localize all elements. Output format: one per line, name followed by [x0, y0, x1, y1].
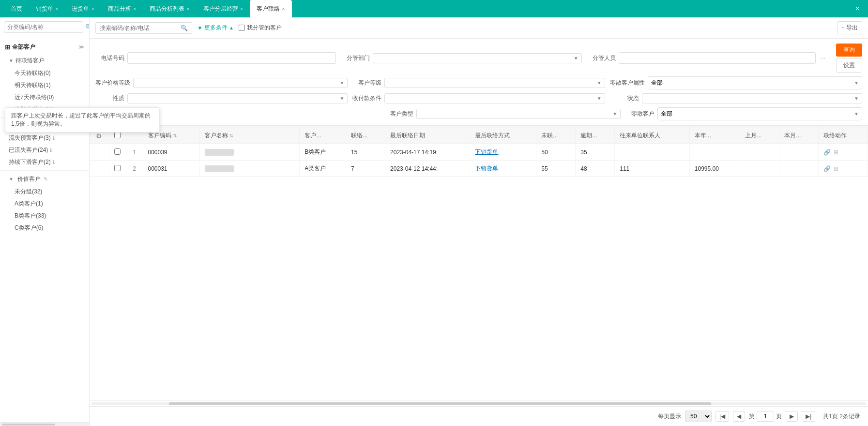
- action-grid-icon-1[interactable]: ⊞: [834, 149, 838, 156]
- cell-contact-person-2: 111: [615, 161, 690, 177]
- nav-item-sales[interactable]: 销货单 ×: [29, 0, 65, 17]
- page-next-btn[interactable]: ▶: [786, 411, 798, 422]
- value-edit-icon[interactable]: ✎: [44, 176, 48, 182]
- action-link-icon-1[interactable]: 🔗: [823, 149, 831, 156]
- settings-gear-icon[interactable]: ⚙: [96, 132, 102, 140]
- query-button[interactable]: 查询: [836, 44, 862, 57]
- export-button[interactable]: ↑ 导出: [837, 21, 862, 34]
- sidebar-item-unclassified[interactable]: 未分组(32): [11, 186, 89, 198]
- set-button[interactable]: 设置: [836, 59, 862, 73]
- filter-customer-type-select[interactable]: ▼: [416, 109, 621, 119]
- cell-grade-1: B类客户: [300, 144, 346, 161]
- col-last-month: 上月...: [740, 128, 779, 144]
- nav-item-analysis[interactable]: 商品分析 ×: [101, 0, 143, 17]
- sidebar-item-declining[interactable]: 持续下滑客户(2) ℹ: [5, 156, 89, 168]
- cell-last-method-1[interactable]: 下销货单: [470, 144, 536, 161]
- sidebar-collapse-btn[interactable]: ≫: [78, 44, 84, 50]
- nav-close-sales[interactable]: ×: [55, 6, 58, 12]
- cell-overdue-2: 48: [576, 161, 615, 177]
- sidebar-item-tomorrow[interactable]: 明天待联络(1): [11, 79, 89, 91]
- filter-scatter-select[interactable]: 全部 ▼: [657, 107, 862, 120]
- main-layout: 🔍 ⊞ 全部客户 ≫ ▼ 待联络客户 今天待联络(0) 明天待联络(1) 近7天…: [0, 17, 868, 426]
- my-customer-checkbox[interactable]: [239, 25, 245, 31]
- cell-checkbox-2[interactable]: [109, 161, 126, 177]
- top-nav: 首页 销货单 × 进货单 × 商品分析 × 商品分析列表 × 客户分层经营 × …: [0, 0, 868, 17]
- page-number-input[interactable]: [757, 411, 774, 422]
- filter-scatter-attr-select[interactable]: 全部 ▼: [648, 76, 862, 89]
- more-conditions-btn[interactable]: ▼ 更多条件 ▲: [197, 24, 234, 32]
- page-first-btn[interactable]: |◀: [716, 411, 729, 422]
- link-sales-1[interactable]: 下销货单: [475, 148, 498, 155]
- scroll-thumb[interactable]: [169, 402, 711, 405]
- horizontal-scrollbar[interactable]: [90, 400, 868, 406]
- sidebar-item-7days[interactable]: 近7天待联络(0): [11, 91, 89, 103]
- filter-phone-input[interactable]: [127, 52, 336, 64]
- cell-last-method-2[interactable]: 下销货单: [470, 161, 536, 177]
- nav-item-purchase[interactable]: 进货单 ×: [65, 0, 101, 17]
- my-customer-checkbox-area[interactable]: 我分管的客户: [239, 24, 282, 32]
- nav-close-purchase[interactable]: ×: [91, 6, 94, 12]
- sidebar-search-input[interactable]: [4, 21, 83, 33]
- chevron-up-icon: ▲: [229, 25, 234, 30]
- sidebar-item-class-b[interactable]: B类客户(33): [11, 210, 89, 222]
- nav-close-analysis-list[interactable]: ×: [186, 6, 189, 12]
- sort-icon-name: ⇅: [229, 133, 233, 138]
- action-link-icon-2[interactable]: 🔗: [823, 165, 831, 172]
- select-all-checkbox[interactable]: [114, 132, 121, 138]
- toolbar-search-input[interactable]: [100, 25, 179, 31]
- window-close-button[interactable]: ×: [851, 2, 864, 15]
- nav-close-customer-contact[interactable]: ×: [282, 6, 285, 12]
- link-sales-2[interactable]: 下销货单: [475, 165, 498, 172]
- page-last-btn[interactable]: ▶|: [802, 411, 815, 422]
- filter-group-customer-grade: 客户等级 ▼: [352, 78, 605, 88]
- sidebar-item-class-c[interactable]: C类客户(6): [11, 222, 89, 234]
- sort-icon-code: ⇅: [173, 133, 177, 138]
- filter-group-status: 状态 ▼: [610, 93, 862, 103]
- page-size-select[interactable]: 50 20 100: [685, 411, 712, 422]
- cell-unlabeled-2: 55: [536, 161, 576, 177]
- cell-checkbox-1[interactable]: [109, 144, 126, 161]
- nav-close-analysis[interactable]: ×: [133, 6, 136, 12]
- row-checkbox-1[interactable]: [114, 148, 121, 155]
- scroll-track[interactable]: [91, 402, 866, 405]
- action-grid-icon-2[interactable]: ⊞: [834, 165, 838, 172]
- nav-item-analysis-list[interactable]: 商品分析列表 ×: [143, 0, 196, 17]
- table-header-row: ⚙ 客户编码⇅ 客户名称⇅ 客户... 联络...: [90, 128, 868, 144]
- pagination: 每页显示 50 20 100 |◀ ◀ 第 页 ▶ ▶| 共1页 2条记录: [90, 406, 868, 426]
- cell-last-month-1: [740, 144, 779, 161]
- cell-actions-1: 🔗 ⊞: [819, 144, 868, 161]
- cell-overdue-1: 35: [576, 144, 615, 161]
- table-container[interactable]: ⚙ 客户编码⇅ 客户名称⇅ 客户... 联络...: [90, 128, 868, 400]
- sidebar-item-churn-warning[interactable]: 流失预警客户(3) ℹ: [5, 132, 89, 144]
- row-checkbox-2[interactable]: [114, 165, 121, 171]
- sidebar-item-today[interactable]: 今天待联络(0): [11, 67, 89, 79]
- toolbar-search-icon[interactable]: 🔍: [181, 25, 188, 31]
- sidebar-search-icon[interactable]: 🔍: [85, 24, 90, 30]
- filter-person-input[interactable]: [619, 52, 816, 64]
- page-prev-btn[interactable]: ◀: [733, 411, 745, 422]
- filter-customer-grade-select[interactable]: ▼: [384, 78, 605, 88]
- filter-dept-select[interactable]: ▼: [373, 53, 581, 63]
- nav-close-customer-layer[interactable]: ×: [240, 6, 243, 12]
- customer-grade-arrow: ▼: [597, 80, 602, 86]
- filter-row-4: ··· 客户类型 ▼ 零散客户 全部 ▼: [95, 107, 862, 120]
- filter-payment-select[interactable]: ▼: [384, 93, 605, 103]
- sidebar: 🔍 ⊞ 全部客户 ≫ ▼ 待联络客户 今天待联络(0) 明天待联络(1) 近7天…: [0, 17, 90, 426]
- filter-price-grade-select[interactable]: ▼: [133, 78, 348, 88]
- filter-status-select[interactable]: ▼: [642, 93, 862, 103]
- cell-this-month-1: [779, 144, 819, 161]
- cell-contact-person-1: [615, 144, 690, 161]
- filter-gender-select[interactable]: ▼: [127, 93, 348, 103]
- scatter-arrow: ▼: [854, 111, 859, 117]
- sidebar-value-label[interactable]: ▼ 价值客户 ✎: [5, 173, 89, 186]
- nav-item-customer-contact[interactable]: 客户联络 ×: [250, 0, 291, 17]
- nav-item-customer-layer[interactable]: 客户分层经营 ×: [197, 0, 250, 17]
- sidebar-item-class-a[interactable]: A类客户(1): [11, 198, 89, 210]
- sidebar-all-customers[interactable]: ⊞ 全部客户 ≫: [0, 40, 89, 54]
- sidebar-item-churned[interactable]: 已流失客户(24) ℹ: [5, 144, 89, 156]
- sidebar-pending-label[interactable]: ▼ 待联络客户: [5, 54, 89, 67]
- filter-dots-person[interactable]: ···: [819, 55, 827, 61]
- nav-item-home[interactable]: 首页: [4, 0, 29, 17]
- filter-row-1: 电话号码 分管部门 ▼ 分管人员 ··· 查询 设置: [95, 44, 862, 73]
- col-name[interactable]: 客户名称⇅: [200, 128, 300, 144]
